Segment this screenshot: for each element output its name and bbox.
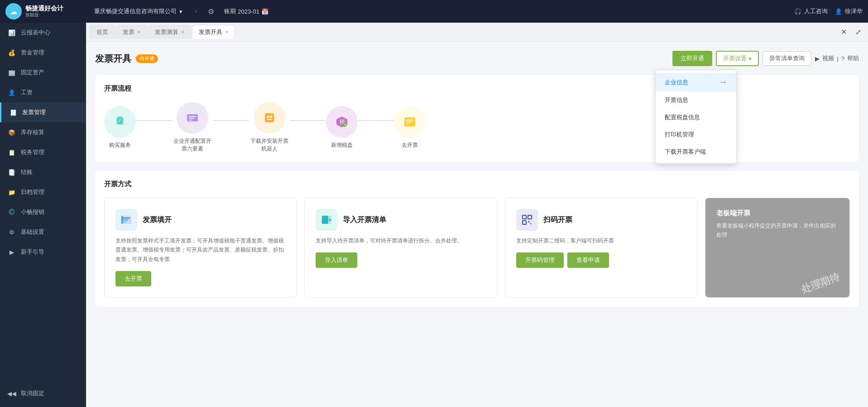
dropdown-item-printer[interactable]: 打印机管理: [656, 126, 736, 143]
sidebar-item-invoice[interactable]: 🧾 发票管理: [0, 102, 86, 122]
step-label-go-invoice: 去开票: [402, 141, 418, 149]
page-title-area: 发票开具 待开通: [95, 53, 158, 65]
activate-btn[interactable]: 立即开通: [672, 51, 712, 66]
svg-text:+: +: [344, 122, 346, 127]
step-connector: [136, 120, 172, 121]
tab-invoice-open-close-icon[interactable]: ×: [225, 29, 228, 35]
scan-invoice-desc: 支持定制开票二维码，客户端可扫码开票: [516, 236, 686, 245]
dropdown-item-download-client[interactable]: 下载开票客户端: [656, 143, 736, 160]
sidebar-item-asset[interactable]: 🏢 固定资产: [0, 63, 86, 82]
sidebar-item-guide[interactable]: ▶ 新手引导: [0, 242, 86, 262]
cloud-report-icon: 📊: [7, 28, 16, 37]
fill-invoice-btn[interactable]: 去开票: [115, 271, 151, 286]
question-icon: ?: [841, 55, 844, 62]
svg-rect-27: [528, 215, 532, 219]
sidebar-label: 固定资产: [21, 68, 44, 77]
scan-invoice-buttons: 开票码管理 查看申请: [516, 252, 686, 268]
import-invoice-desc: 支持导入待开票清单，可对待开票清单进行拆分、合并处理。: [316, 236, 486, 245]
svg-rect-28: [523, 221, 526, 224]
user-menu[interactable]: 👤 徐泽华: [835, 7, 863, 15]
dropdown-item-company-info[interactable]: 企业信息 →: [656, 73, 736, 92]
tab-invoice-label: 发票: [123, 28, 134, 36]
sidebar-item-payroll[interactable]: 👤 工资: [0, 82, 86, 102]
sidebar: 📊 云报表中心 💰 资金管理 🏢 固定资产 👤 工资 🧾 发票管理 📦: [0, 23, 86, 407]
import-invoice-btn[interactable]: 导入清单: [316, 252, 357, 268]
video-label[interactable]: 视频: [822, 54, 834, 63]
tab-home[interactable]: 首页: [90, 25, 115, 39]
tab-close-btn[interactable]: ✕: [837, 26, 850, 39]
payroll-icon: 👤: [7, 88, 16, 97]
tab-maximize-btn[interactable]: ⤢: [852, 26, 864, 39]
tab-bar: 首页 发票 × 发票测算 × 发票开具 × ✕ ⤢: [86, 23, 868, 42]
svg-rect-8: [267, 116, 269, 118]
view-application-btn[interactable]: 查看申请: [567, 252, 609, 268]
invoice-settings-btn[interactable]: 开票设置 ▾: [716, 51, 759, 66]
sidebar-label: 云报表中心: [21, 29, 50, 37]
step-label-taxdisk: 新增税盘: [331, 141, 353, 149]
sidebar-item-inventory[interactable]: 📦 库存核算: [0, 122, 86, 142]
support-btn[interactable]: 🎧 人工咨询: [794, 7, 828, 15]
help-label[interactable]: 帮助: [847, 54, 859, 63]
tab-invoice-test-close-icon[interactable]: ×: [181, 29, 184, 35]
header-actions: 立即开通 开票设置 ▾ 异常清单查询 ▶ 视频 | ? 帮助: [672, 51, 859, 66]
sidebar-item-settlement[interactable]: 📑 结账: [0, 162, 86, 182]
fund-icon: 💰: [7, 48, 16, 57]
page-header: 发票开具 待开通 立即开通 开票设置 ▾ 异常清单查询 ▶ 视频: [95, 51, 859, 66]
settings-icon-btn[interactable]: ⚙: [205, 5, 217, 19]
sidebar-label: 工资: [21, 88, 33, 97]
tab-invoice-open[interactable]: 发票开具 ×: [192, 25, 235, 39]
app-subtitle: 旗舰版: [25, 12, 63, 18]
svg-text:+: +: [118, 119, 121, 124]
chevron-down-icon: ▾: [748, 55, 752, 62]
tab-invoice-open-label: 发票开具: [199, 28, 222, 36]
app-name: 畅捷通好会计: [25, 5, 63, 12]
main-area: 📊 云报表中心 💰 资金管理 🏢 固定资产 👤 工资 🧾 发票管理 📦: [0, 23, 868, 407]
sidebar-label: 新手引导: [21, 248, 44, 256]
step-connector: [213, 120, 249, 121]
scan-invoice-title: 扫码开票: [543, 215, 572, 225]
exception-list-btn[interactable]: 异常清单查询: [762, 51, 811, 66]
company-selector[interactable]: 重庆畅捷交通信息咨询有限公司 ▾: [90, 5, 187, 18]
logo-icon: ☁: [5, 3, 22, 19]
svg-rect-20: [123, 218, 130, 218]
step-download-robot: 下载并安装开票机器人: [249, 102, 290, 153]
invoice-settings-label: 开票设置: [723, 54, 747, 63]
step-label-config: 企业开通配置开票六要素: [172, 137, 213, 153]
fill-invoice-icon: [115, 209, 137, 231]
content-area: 首页 发票 × 发票测算 × 发票开具 × ✕ ⤢: [86, 23, 868, 407]
tab-invoice-test[interactable]: 发票测算 ×: [148, 25, 191, 39]
printer-label: 打印机管理: [665, 131, 694, 139]
tab-invoice[interactable]: 发票 ×: [116, 25, 147, 39]
step-icon-go-invoice: [394, 106, 426, 138]
dropdown-item-invoice-info[interactable]: 开票信息: [656, 92, 736, 109]
fill-invoice-desc: 支持按照发票样式手工填开发票；可开具增值税电子普通发票、增值税普通发票、增值税专…: [115, 236, 286, 264]
step-icon-config: [177, 102, 208, 134]
sidebar-item-settings[interactable]: ⚙ 基础设置: [0, 222, 86, 242]
svg-rect-29: [528, 221, 530, 223]
company-name: 重庆畅捷交通信息咨询有限公司: [94, 7, 177, 15]
step-config-enterprise: 企业开通配置开票六要素: [172, 102, 213, 153]
page-content: 发票开具 待开通 立即开通 开票设置 ▾ 异常清单查询 ▶ 视频: [86, 42, 868, 407]
sidebar-item-fund[interactable]: 💰 资金管理: [0, 43, 86, 63]
guide-icon: ▶: [7, 247, 16, 257]
period-value: 2023-01: [238, 8, 259, 15]
sidebar-item-cloud-report[interactable]: 📊 云报表中心: [0, 23, 86, 43]
sidebar-item-tax[interactable]: 📋 税务管理: [0, 142, 86, 162]
tab-invoice-close-icon[interactable]: ×: [137, 29, 140, 35]
sidebar-label: 资金管理: [21, 48, 44, 57]
sidebar-item-report[interactable]: © 小畅报销: [0, 202, 86, 222]
company-info-label: 企业信息: [665, 78, 688, 87]
svg-rect-9: [270, 116, 272, 118]
sidebar-item-cancel-fixed[interactable]: ◀◀ 取消固定: [0, 383, 86, 403]
methods-section: 开票方式 发票填开 支持按照发票样式手工填开发票；可开具增值税电子普通发票、增值…: [95, 171, 859, 307]
svg-rect-26: [523, 215, 526, 219]
scan-code-btn[interactable]: 开票码管理: [516, 252, 564, 268]
status-badge: 待开通: [136, 54, 158, 63]
step-buy-service: + 购买服务: [104, 106, 136, 149]
video-help-area: ▶ 视频 | ? 帮助: [815, 54, 859, 63]
calendar-icon: 📅: [261, 8, 269, 15]
dropdown-item-tax-config[interactable]: 配置税盘信息: [656, 109, 736, 126]
sidebar-label: 小畅报销: [21, 208, 44, 216]
user-avatar-icon: 👤: [835, 8, 842, 15]
sidebar-item-archive[interactable]: 📁 归档管理: [0, 182, 86, 202]
